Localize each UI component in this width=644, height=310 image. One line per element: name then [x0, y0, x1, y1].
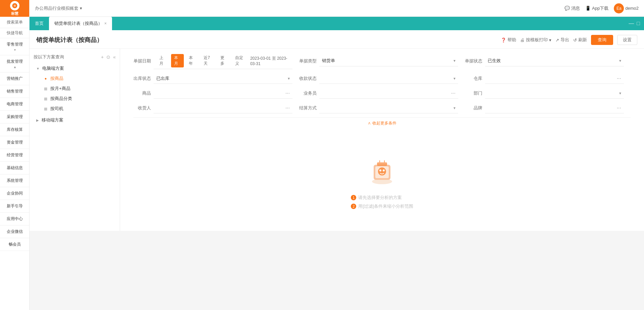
top-header: 办公用品行业模拟账套 ▾ 💬 消息 📱 App下载 Ea demo2 [30, 0, 644, 17]
doctype-chevron-icon[interactable]: ▾ [453, 58, 455, 63]
minimize-icon[interactable]: — [629, 20, 634, 27]
warehouse-dots-icon[interactable]: ··· [617, 75, 621, 82]
month-goods-icon: ▦ [43, 87, 48, 91]
custom-date-btn[interactable]: 自定义 [232, 54, 248, 67]
system-item[interactable]: 系统管理 [0, 174, 29, 187]
app-download-button[interactable]: 📱 App下载 [585, 5, 608, 11]
filter-row-1: 单据日期 上月 本月 本年 近7天 更多 自定义 [133, 53, 631, 69]
newbie-label: 新手引导 [7, 203, 23, 209]
collapse-panel-icon[interactable]: « [113, 54, 116, 60]
dept-chevron-icon[interactable]: ▾ [619, 91, 621, 96]
maximize-icon[interactable]: □ [637, 20, 640, 27]
payment-chevron-icon[interactable]: ▾ [453, 106, 455, 110]
member-item[interactable]: 畅会员 [0, 238, 29, 251]
finance-item[interactable]: 资金管理 [0, 136, 29, 149]
seven-days-btn[interactable]: 近7天 [201, 54, 215, 67]
basic-info-item[interactable]: 基础信息 [0, 162, 29, 174]
user-profile[interactable]: Ea demo2 [614, 3, 639, 13]
member-label: 畅会员 [9, 242, 21, 247]
marketing-item[interactable]: 营销推广 [0, 72, 29, 85]
filter-dept-col: 部门 ▾ [465, 88, 631, 99]
wechat-item[interactable]: 企业微信 [0, 225, 29, 238]
dropdown-arrow-icon: ▾ [80, 6, 82, 11]
wholesale-management-item[interactable]: 批发管理 ▲ [0, 55, 29, 72]
inventory-item[interactable]: 库存核算 [0, 123, 29, 136]
operations-label: 经营管理 [7, 152, 23, 158]
logo-icon [10, 1, 19, 10]
collapse-bar[interactable]: ∧ 收起更多条件 [133, 117, 631, 129]
settings-button[interactable]: 设置 [617, 35, 637, 45]
main-body: 按以下方案查询 + ⊙ « ▼ 电脑端方案 ● [30, 49, 644, 231]
more-date-btn[interactable]: 更多 [217, 54, 230, 67]
recvstatus-chevron-icon[interactable]: ▾ [453, 76, 455, 81]
tree-item-by-cashier[interactable]: ▦ 按司机 [30, 104, 120, 114]
export-label: 导出 [560, 37, 569, 43]
payment-filter-control[interactable]: ▾ [319, 103, 458, 113]
cur-month-btn[interactable]: 本月 [171, 54, 184, 67]
tree-item-by-category[interactable]: ▦ 按商品分类 [30, 94, 120, 104]
dept-filter-control[interactable]: ▾ [485, 88, 624, 99]
staff-dots-icon[interactable]: ··· [451, 90, 455, 96]
message-button[interactable]: 💬 消息 [565, 5, 580, 11]
retail-arrow: ▾ [14, 48, 16, 52]
brand-filter-control[interactable]: ··· [485, 103, 624, 113]
app-center-item[interactable]: 应用中心 [0, 213, 29, 225]
consignee-filter-control[interactable]: ··· [154, 103, 292, 113]
print-button[interactable]: 🖨 按模板打印 ▾ [520, 37, 551, 43]
filter-row-4: 收货人 ··· 结算方式 ▾ [133, 103, 631, 113]
app-download-icon: 📱 [585, 6, 591, 11]
active-tab[interactable]: 销货单统计表（按商品） × [49, 17, 112, 30]
operations-item[interactable]: 经营管理 [0, 149, 29, 162]
tree-mobile-arrow: ▶ [36, 118, 39, 122]
system-label: 系统管理 [7, 178, 23, 184]
tree-mobile-header[interactable]: ▶ 移动端方案 [30, 115, 120, 125]
outstatus-chevron-icon[interactable]: ▾ [288, 76, 290, 81]
help-button[interactable]: ❓ 帮助 [501, 37, 516, 43]
doctype-filter-control[interactable]: 销货单 ▾ [319, 56, 458, 66]
newbie-item[interactable]: 新手引导 [0, 200, 29, 213]
refresh-button[interactable]: ↺ 刷新 [573, 37, 587, 43]
warehouse-filter-control[interactable]: ··· [485, 73, 624, 84]
filter-consignee-col: 收货人 ··· [133, 103, 299, 113]
sales-label: 销售管理 [7, 89, 23, 94]
tree-item-by-month-goods[interactable]: ▦ 按月+商品 [30, 84, 120, 94]
settings-scheme-icon[interactable]: ⊙ [106, 54, 110, 60]
docstatus-chevron-icon[interactable]: ▾ [619, 58, 621, 63]
filter-row-3: 商品 ··· 业务员 ··· [133, 88, 631, 99]
filter-docstatus-col: 单据状态 已生效 ▾ [465, 56, 631, 66]
add-scheme-icon[interactable]: + [101, 54, 104, 60]
dept-label: 部门 [465, 90, 485, 96]
purchase-item[interactable]: 采购管理 [0, 111, 29, 123]
outstatus-filter-control[interactable]: 已出库 ▾ [154, 73, 292, 84]
outstatus-value: 已出库 [156, 75, 288, 82]
tree-item-by-goods[interactable]: ● 按商品 [30, 73, 120, 84]
brand-dots-icon[interactable]: ··· [617, 105, 621, 111]
prev-month-btn[interactable]: 上月 [156, 54, 169, 67]
consignee-dots-icon[interactable]: ··· [285, 105, 290, 111]
payment-label: 结算方式 [299, 105, 319, 111]
tree-pc-header[interactable]: ▼ 电脑端方案 [30, 63, 120, 73]
enterprise-item[interactable]: 企业协同 [0, 187, 29, 200]
svg-point-5 [383, 169, 385, 171]
export-button[interactable]: ↗ 导出 [555, 37, 569, 43]
tab-close-icon[interactable]: × [104, 21, 107, 26]
tree-pc-label: 电脑端方案 [42, 65, 64, 71]
filter-recvstatus-col: 收款状态 ▾ [299, 73, 465, 84]
quick-nav-item[interactable]: 快捷导航 [0, 28, 29, 38]
goods-dots-icon[interactable]: ··· [285, 90, 290, 96]
ecommerce-item[interactable]: 电商管理 [0, 98, 29, 111]
staff-filter-control[interactable]: ··· [319, 88, 458, 99]
search-menu-item[interactable]: 搜索菜单 [0, 17, 29, 28]
home-tab[interactable]: 首页 [30, 17, 49, 30]
recvstatus-filter-control[interactable]: ▾ [319, 73, 458, 84]
left-panel-title: 按以下方案查询 [34, 54, 64, 60]
cur-year-btn[interactable]: 本年 [186, 54, 199, 67]
industry-dropdown[interactable]: 办公用品行业模拟账套 ▾ [35, 5, 82, 11]
sales-management-item[interactable]: 销售管理 [0, 85, 29, 98]
goods-filter-control[interactable]: ··· [154, 88, 292, 99]
query-button[interactable]: 查询 [591, 35, 613, 45]
category-icon: ▦ [43, 97, 48, 101]
empty-tip-row-1: 1 请先选择要分析的方案 [351, 193, 413, 202]
docstatus-filter-control[interactable]: 已生效 ▾ [485, 56, 624, 66]
retail-management-item[interactable]: 零售管理 ▾ [0, 38, 29, 55]
